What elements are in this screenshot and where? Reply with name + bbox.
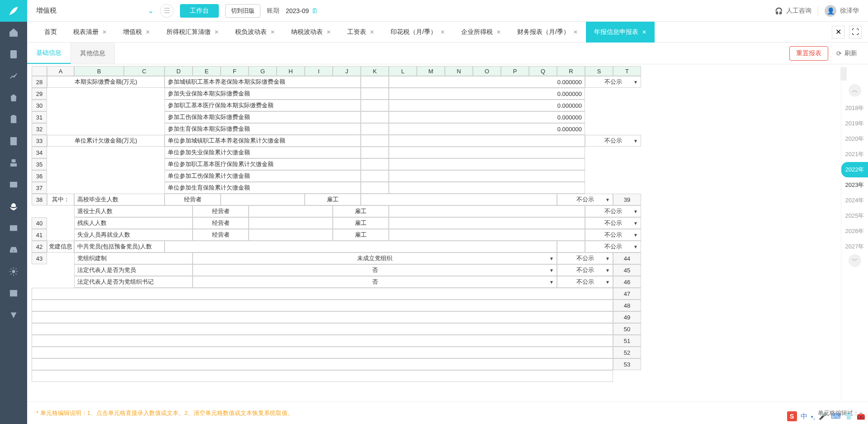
blank-35[interactable] <box>361 158 389 170</box>
year-2018年[interactable]: 2018年 <box>841 100 868 116</box>
col-header-H[interactable]: H <box>277 66 305 76</box>
pblank2-41[interactable] <box>389 229 585 241</box>
nav-gear-icon[interactable] <box>0 261 27 282</box>
horizontal-scrollbar[interactable] <box>32 393 836 401</box>
row-header-53[interactable]: 53 <box>613 358 641 370</box>
empty-46[interactable] <box>32 288 613 300</box>
tab-8[interactable]: 企业所得税✕ <box>453 22 509 43</box>
refresh-button[interactable]: ⟳ 刷新 <box>836 49 857 57</box>
col-header-G[interactable]: G <box>249 66 277 76</box>
col-header-N[interactable]: N <box>445 66 473 76</box>
blank-31[interactable] <box>361 111 389 123</box>
nav-doc-icon[interactable] <box>0 43 27 65</box>
pdisp-41[interactable]: 不公示 <box>585 229 641 241</box>
blank-33[interactable] <box>361 135 389 147</box>
blank-28[interactable] <box>361 76 389 88</box>
row-header-35[interactable]: 35 <box>32 158 47 170</box>
pdisp-40[interactable]: 不公示 <box>585 217 641 229</box>
pblank1-40[interactable] <box>249 217 333 229</box>
close-icon[interactable]: ✕ <box>573 29 578 35</box>
col-header-K[interactable]: K <box>361 66 389 76</box>
value-cell-30[interactable]: 0.000000 <box>389 100 585 111</box>
col-header-E[interactable]: E <box>193 66 221 76</box>
row-header-48[interactable]: 48 <box>613 300 641 311</box>
tab-3[interactable]: 所得税汇算清缴✕ <box>158 22 227 43</box>
row-header-29[interactable]: 29 <box>32 88 47 100</box>
col-header-B[interactable]: B <box>74 66 124 76</box>
col-header-D[interactable]: D <box>165 66 193 76</box>
disp-b[interactable]: 不公示 <box>585 135 641 147</box>
pblank2-38[interactable] <box>361 194 557 205</box>
reset-report-button[interactable]: 重置报表 <box>789 46 828 61</box>
partydisp-43[interactable]: 不公示 <box>557 252 613 264</box>
close-icon[interactable]: ✕ <box>146 29 150 35</box>
col-header-P[interactable]: P <box>501 66 529 76</box>
row-header-43[interactable]: 43 <box>32 252 47 264</box>
ime-toolbox-icon[interactable]: 🧰 <box>857 412 865 420</box>
tab-2[interactable]: 增值税✕ <box>115 22 158 43</box>
panel-collapse-handle[interactable] <box>840 67 847 81</box>
pblank2-39[interactable] <box>389 205 585 217</box>
nav-tax-icon[interactable] <box>0 195 27 217</box>
close-icon[interactable]: ✕ <box>270 29 275 35</box>
blank-30[interactable] <box>361 100 389 111</box>
row-header-28[interactable]: 28 <box>32 76 47 88</box>
expand-icon[interactable]: ⛶ <box>849 26 862 38</box>
partydisp-44[interactable]: 不公示 <box>557 264 613 276</box>
partywide-44[interactable]: 否 <box>193 264 557 276</box>
scroll-up-icon[interactable]: ︿ <box>849 84 861 97</box>
scroll-down-icon[interactable]: ﹀ <box>849 254 861 267</box>
close-icon[interactable]: ✕ <box>326 29 331 35</box>
nav-play-icon[interactable] <box>0 282 27 304</box>
partydisp-42[interactable]: 不公示 <box>585 241 641 252</box>
row-header-39[interactable]: 39 <box>613 194 641 205</box>
blank-32[interactable] <box>361 123 389 135</box>
disp-a[interactable]: 不公示 <box>585 76 641 88</box>
year-2026年[interactable]: 2026年 <box>841 224 868 239</box>
blank-37[interactable] <box>361 182 389 194</box>
pdisp-39[interactable]: 不公示 <box>585 205 641 217</box>
year-2027年[interactable]: 2027年 <box>841 239 868 254</box>
app-logo[interactable] <box>0 0 27 22</box>
partywide-43[interactable]: 未成立党组织 <box>193 252 557 264</box>
value-cell-36[interactable] <box>389 170 585 182</box>
row-header-45[interactable]: 45 <box>613 264 641 276</box>
nav-clipboard-icon[interactable] <box>0 109 27 130</box>
row-header-38[interactable]: 38 <box>32 194 47 205</box>
nav-archive-icon[interactable] <box>0 217 27 239</box>
row-header-46[interactable]: 46 <box>613 276 641 288</box>
row-header-34[interactable]: 34 <box>32 147 47 158</box>
user-menu[interactable]: 👤 徐泽华 <box>825 5 859 17</box>
empty-48[interactable] <box>32 311 613 323</box>
empty-49[interactable] <box>32 323 613 335</box>
subtab-other[interactable]: 其他信息 <box>71 43 115 64</box>
close-icon[interactable]: ✕ <box>214 29 219 35</box>
ime-skin-icon[interactable]: 👕 <box>844 412 853 420</box>
close-icon[interactable]: ✕ <box>370 29 374 35</box>
row-header-30[interactable]: 30 <box>32 100 47 111</box>
col-header-F[interactable]: F <box>221 66 249 76</box>
year-2020年[interactable]: 2020年 <box>841 131 868 147</box>
ime-punct-icon[interactable]: •, <box>811 413 815 420</box>
empty-50[interactable] <box>32 335 613 347</box>
tab-7[interactable]: 印花税（月/季）✕ <box>382 22 453 43</box>
year-2025年[interactable]: 2025年 <box>841 208 868 224</box>
row-header-51[interactable]: 51 <box>613 335 641 347</box>
company-selector[interactable]: 增值税 ⌄ <box>36 6 154 15</box>
partywide-45[interactable]: 否 <box>193 276 557 288</box>
blank-29[interactable] <box>361 88 389 100</box>
workbench-button[interactable]: 工作台 <box>180 4 219 18</box>
col-header-A[interactable]: A <box>47 66 74 76</box>
pblank1-41[interactable] <box>249 229 333 241</box>
row-header-31[interactable]: 31 <box>32 111 47 123</box>
row-header-52[interactable]: 52 <box>613 347 641 358</box>
value-cell-34[interactable] <box>389 147 585 158</box>
ime-mic-icon[interactable]: 🎤 <box>819 412 827 420</box>
tab-0[interactable]: 首页 <box>36 22 65 43</box>
tab-1[interactable]: 税表清册✕ <box>65 22 115 43</box>
empty-52[interactable] <box>32 358 613 370</box>
col-header-I[interactable]: I <box>305 66 333 76</box>
pblank2-40[interactable] <box>389 217 585 229</box>
period-picker[interactable]: 2023-09 🗓 <box>286 7 318 14</box>
empty-47[interactable] <box>32 300 613 311</box>
